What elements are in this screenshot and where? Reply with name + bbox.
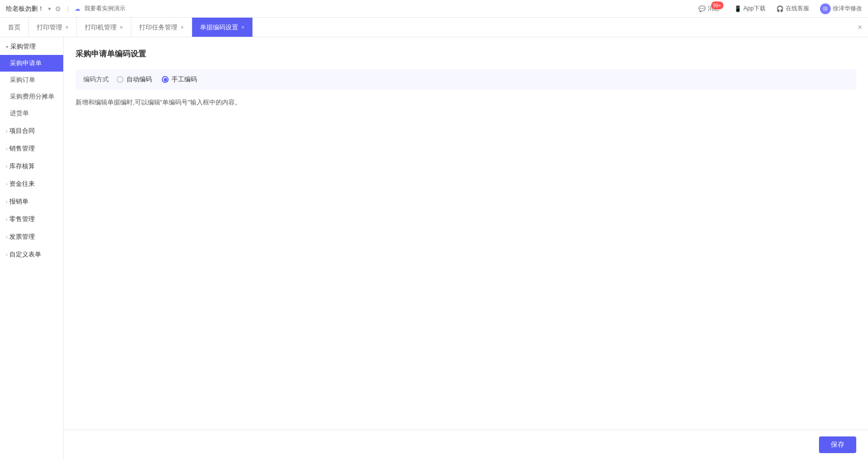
tab-home[interactable]: 首页 [0,18,29,37]
sidebar-group-label-returns: 报销单 [9,197,28,206]
online-support-button[interactable]: 🎧 在线客服 [776,4,809,13]
encoding-label: 编码方式 [83,75,109,84]
expand-arrow-icon-2: › [6,146,7,152]
message-button[interactable]: 💬 消息 99+ [698,4,719,13]
tab-bar-close-all[interactable]: × [858,23,868,32]
sidebar-item-incoming[interactable]: 进货单 [0,105,63,122]
sidebar-group-inventory: › 库存核算 [0,157,63,175]
app-download-button[interactable]: 📱 App下载 [734,4,766,13]
sidebar-item-label-purchase-order: 采购订单 [10,76,35,83]
sidebar-group-label-inventory: 库存核算 [9,162,35,171]
content-area: 采购申请单编码设置 编码方式 自动编码 手工编码 新增和编辑单据编时,可以编辑"… [64,37,868,459]
app-download-label: App下载 [744,4,766,13]
sidebar: ▾ 采购管理 采购申请单 采购订单 采购费用分摊单 进货单 › 项目合同 [0,37,64,459]
tab-barcode-settings-label: 单据编码设置 [200,23,238,32]
tab-bar: 首页 打印管理 × 打印机管理 × 打印任务管理 × 单据编码设置 × × [0,18,868,37]
expand-arrow-icon-6: › [6,217,7,222]
cloud-icon: ☁ [74,5,80,12]
sidebar-group-title-inventory[interactable]: › 库存核算 [0,157,63,175]
expand-arrow-icon-7: › [6,234,7,240]
app-download-icon: 📱 [734,5,742,12]
sidebar-group-capital: › 资金往来 [0,175,63,192]
expand-arrow-icon-1: › [6,128,7,134]
sidebar-group-invoice-mgmt: › 发票管理 [0,228,63,245]
message-badge: 99+ [711,1,723,9]
sidebar-item-label-purchase-expense: 采购费用分摊单 [10,93,54,100]
tab-home-label: 首页 [8,23,21,32]
tab-print-task-mgmt-close[interactable]: × [180,24,184,31]
content-body: 采购申请单编码设置 编码方式 自动编码 手工编码 新增和编辑单据编时,可以编辑"… [64,37,868,430]
radio-manual-code-circle[interactable] [162,76,169,83]
tab-print-mgmt-close[interactable]: × [65,24,69,31]
sidebar-item-purchase-order[interactable]: 采购订单 [0,72,63,88]
sidebar-group-project-contract: › 项目合同 [0,122,63,139]
radio-auto-code[interactable]: 自动编码 [117,75,152,84]
message-icon: 💬 [698,5,706,12]
radio-manual-code[interactable]: 手工编码 [162,75,197,84]
expand-arrow-icon-3: › [6,164,7,169]
user-name: 徐泽华修改 [833,4,862,13]
sidebar-group-title-returns[interactable]: › 报销单 [0,192,63,210]
sidebar-group-label-purchase-mgmt: 采购管理 [10,42,36,51]
sidebar-group-purchase-mgmt: ▾ 采购管理 采购申请单 采购订单 采购费用分摊单 进货单 [0,37,63,122]
sidebar-group-returns: › 报销单 [0,192,63,210]
tab-printer-mgmt[interactable]: 打印机管理 × [77,18,131,37]
tab-barcode-settings[interactable]: 单据编码设置 × [192,18,253,37]
tab-print-task-mgmt-label: 打印任务管理 [139,23,177,32]
collapse-arrow-icon: ▾ [6,44,8,50]
user-menu[interactable]: 徐 徐泽华修改 [820,3,862,14]
sidebar-group-title-retail-mgmt[interactable]: › 零售管理 [0,210,63,228]
online-support-label: 在线客服 [786,4,809,13]
expand-arrow-icon-5: › [6,199,7,204]
sidebar-group-label-sales-mgmt: 销售管理 [9,144,35,153]
page-title: 采购申请单编码设置 [75,49,856,59]
radio-manual-code-label: 手工编码 [172,75,197,84]
sidebar-item-purchase-expense[interactable]: 采购费用分摊单 [0,88,63,105]
divider: | [67,5,69,12]
sidebar-group-title-purchase-mgmt[interactable]: ▾ 采购管理 [0,37,63,55]
sidebar-group-title-invoice-mgmt[interactable]: › 发票管理 [0,228,63,245]
tab-print-mgmt[interactable]: 打印管理 × [29,18,77,37]
sidebar-group-sales-mgmt: › 销售管理 [0,139,63,157]
encoding-row: 编码方式 自动编码 手工编码 [75,69,856,90]
expand-arrow-icon-8: › [6,252,7,257]
sidebar-group-label-custom-forms: 自定义表单 [9,250,41,259]
app-title: 给老板勿删！ [6,4,44,13]
sidebar-group-retail-mgmt: › 零售管理 [0,210,63,228]
sidebar-group-label-retail-mgmt: 零售管理 [9,215,35,224]
sidebar-group-label-project-contract: 项目合同 [9,127,35,135]
sidebar-group-title-capital[interactable]: › 资金往来 [0,175,63,192]
sidebar-group-title-custom-forms[interactable]: › 自定义表单 [0,245,63,263]
radio-auto-code-label: 自动编码 [126,75,152,84]
sidebar-group-label-invoice-mgmt: 发票管理 [9,232,35,241]
expand-arrow-icon-4: › [6,181,7,187]
radio-auto-code-circle[interactable] [117,76,124,83]
tab-printer-mgmt-close[interactable]: × [120,24,123,31]
top-bar: 给老板勿删！ ▾ ⚙ | ☁ 我要看实例演示 💬 消息 99+ 📱 App下载 … [0,0,868,18]
hint-text: 新增和编辑单据编时,可以编辑"单编码号"输入框中的内容。 [75,98,856,108]
headset-icon: 🎧 [776,5,784,12]
dropdown-arrow-icon[interactable]: ▾ [48,5,51,12]
main-layout: ▾ 采购管理 采购申请单 采购订单 采购费用分摊单 进货单 › 项目合同 [0,37,868,459]
sidebar-item-label-incoming: 进货单 [10,109,29,117]
settings-icon[interactable]: ⚙ [55,5,61,13]
sidebar-item-purchase-request[interactable]: 采购申请单 [0,55,63,72]
top-bar-right: 💬 消息 99+ 📱 App下载 🎧 在线客服 徐 徐泽华修改 [698,3,862,14]
tab-printer-mgmt-label: 打印机管理 [85,23,117,32]
cloud-demo-link[interactable]: 我要看实例演示 [84,4,125,13]
avatar: 徐 [820,3,831,14]
sidebar-group-label-capital: 资金往来 [9,179,35,188]
tab-print-task-mgmt[interactable]: 打印任务管理 × [131,18,192,37]
content-footer: 保存 [64,430,868,459]
sidebar-group-title-sales-mgmt[interactable]: › 销售管理 [0,139,63,157]
sidebar-item-label-purchase-request: 采购申请单 [10,59,42,67]
tab-barcode-settings-close[interactable]: × [241,24,245,31]
save-button[interactable]: 保存 [819,436,856,453]
radio-group-encoding: 自动编码 手工编码 [117,75,197,84]
tab-print-mgmt-label: 打印管理 [37,23,62,32]
sidebar-group-title-project-contract[interactable]: › 项目合同 [0,122,63,139]
top-bar-left: 给老板勿删！ ▾ ⚙ | ☁ 我要看实例演示 [6,4,125,13]
sidebar-group-custom-forms: › 自定义表单 [0,245,63,263]
